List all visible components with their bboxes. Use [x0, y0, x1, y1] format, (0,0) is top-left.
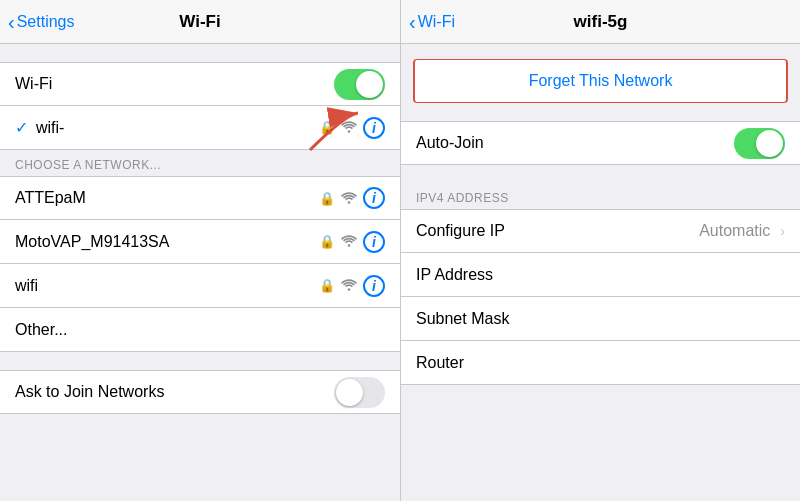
lock-icon-wifi: 🔒: [319, 278, 335, 293]
network-row-wifi[interactable]: wifi 🔒 i: [0, 264, 400, 308]
subnet-mask-row[interactable]: Subnet Mask: [401, 297, 800, 341]
auto-join-toggle[interactable]: [734, 128, 785, 159]
svg-point-3: [348, 244, 351, 247]
top-divider: [0, 44, 400, 62]
back-label: Settings: [17, 13, 75, 31]
left-content: Wi-Fi ✓ wifi- 🔒: [0, 44, 400, 501]
wifi-icon-motovap: [341, 233, 357, 250]
ip-address-row[interactable]: IP Address: [401, 253, 800, 297]
network-icons-wifi: 🔒 i: [319, 275, 385, 297]
network-row-attepam[interactable]: ATTEpaM 🔒 i: [0, 176, 400, 220]
configure-ip-right: Automatic ›: [699, 222, 785, 240]
toggle-knob-ask: [336, 379, 363, 406]
svg-point-4: [348, 288, 351, 291]
back-chevron-icon: ‹: [8, 12, 15, 32]
forget-network-label: Forget This Network: [529, 72, 673, 90]
settings-back-button[interactable]: ‹ Settings: [8, 12, 74, 32]
right-divider-1: [401, 103, 800, 121]
info-btn-motovap[interactable]: i: [363, 231, 385, 253]
info-btn-wifi[interactable]: i: [363, 275, 385, 297]
auto-join-toggle-knob: [756, 130, 783, 157]
right-panel: ‹ Wi-Fi wifi-5g Forget This Network Auto…: [400, 0, 800, 501]
info-icon: i: [372, 234, 376, 250]
ipv4-section-header: IPV4 ADDRESS: [401, 183, 800, 209]
left-panel: ‹ Settings Wi-Fi Wi-Fi ✓ wifi- 🔒: [0, 0, 400, 501]
configure-ip-row[interactable]: Configure IP Automatic ›: [401, 209, 800, 253]
ask-to-join-row[interactable]: Ask to Join Networks: [0, 370, 400, 414]
lock-icon-attepam: 🔒: [319, 191, 335, 206]
info-icon: i: [372, 190, 376, 206]
configure-ip-value: Automatic: [699, 222, 770, 240]
network-name-motovap: MotoVAP_M91413SA: [15, 233, 319, 251]
wifi-label: Wi-Fi: [15, 75, 334, 93]
ip-address-label: IP Address: [416, 266, 785, 284]
network-row-other[interactable]: Other...: [0, 308, 400, 352]
mid-divider: [0, 352, 400, 370]
info-icon: i: [372, 278, 376, 294]
network-name-attepam: ATTEpaM: [15, 189, 319, 207]
right-nav-bar: ‹ Wi-Fi wifi-5g: [401, 0, 800, 44]
network-icons-attepam: 🔒 i: [319, 187, 385, 209]
checkmark-icon: ✓: [15, 118, 28, 137]
subnet-mask-label: Subnet Mask: [416, 310, 785, 328]
wifi-back-button[interactable]: ‹ Wi-Fi: [409, 12, 455, 32]
toggle-knob: [356, 71, 383, 98]
wifi-icon-wifi: [341, 277, 357, 294]
ask-to-join-label: Ask to Join Networks: [15, 383, 334, 401]
network-list: ATTEpaM 🔒 i MotoVAP_M91413SA 🔒 i: [0, 176, 400, 352]
info-btn-attepam[interactable]: i: [363, 187, 385, 209]
left-nav-title: Wi-Fi: [179, 12, 220, 32]
configure-ip-label: Configure IP: [416, 222, 699, 240]
ask-to-join-toggle[interactable]: [334, 377, 385, 408]
auto-join-label: Auto-Join: [416, 134, 734, 152]
router-label: Router: [416, 354, 785, 372]
network-name-wifi: wifi: [15, 277, 319, 295]
right-divider-2: [401, 165, 800, 183]
right-content: Forget This Network Auto-Join IPV4 ADDRE…: [401, 44, 800, 501]
right-nav-title: wifi-5g: [574, 12, 628, 32]
svg-point-2: [348, 201, 351, 204]
network-icons-motovap: 🔒 i: [319, 231, 385, 253]
right-back-chevron-icon: ‹: [409, 12, 416, 32]
info-icon: i: [372, 120, 376, 136]
left-nav-bar: ‹ Settings Wi-Fi: [0, 0, 400, 44]
network-row-motovap[interactable]: MotoVAP_M91413SA 🔒 i: [0, 220, 400, 264]
lock-icon-motovap: 🔒: [319, 234, 335, 249]
connected-network-name: wifi-: [36, 119, 319, 137]
wifi-icon-attepam: [341, 190, 357, 207]
network-name-other: Other...: [15, 321, 385, 339]
forget-network-button[interactable]: Forget This Network: [413, 59, 788, 103]
auto-join-row[interactable]: Auto-Join: [401, 121, 800, 165]
configure-ip-chevron-icon: ›: [780, 223, 785, 239]
right-back-label: Wi-Fi: [418, 13, 455, 31]
router-row[interactable]: Router: [401, 341, 800, 385]
